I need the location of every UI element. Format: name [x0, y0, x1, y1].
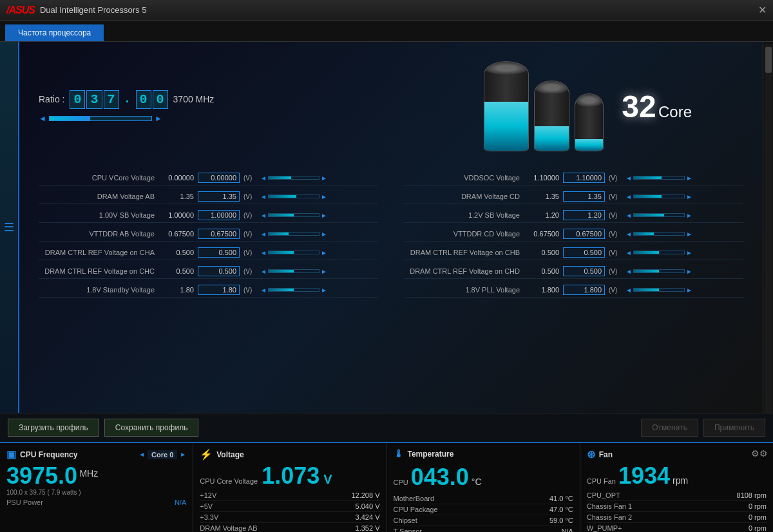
temp-row-value: 59.0 °C	[549, 517, 573, 524]
voltage-slider[interactable]: ◄ ►	[625, 193, 692, 200]
voltage-arrow-right[interactable]: ►	[321, 249, 327, 256]
voltage-slider[interactable]: ◄ ►	[260, 193, 327, 200]
voltage-track[interactable]	[268, 195, 320, 198]
voltage-track[interactable]	[268, 176, 320, 180]
cpu-nav-right[interactable]: ►	[180, 451, 186, 458]
voltage-track[interactable]	[268, 232, 320, 236]
temp-row-value: 47.0 °C	[549, 506, 573, 513]
voltage-arrow-right[interactable]: ►	[686, 268, 692, 275]
voltage-track[interactable]	[633, 251, 685, 254]
voltage-val2-input[interactable]: 1.35	[563, 191, 605, 202]
voltage-row-value: 5.040 V	[356, 502, 380, 510]
cpu-core-voltage-label: CPU Core Voltage	[200, 477, 258, 485]
voltage-val2-input[interactable]: 1.35	[198, 191, 240, 202]
voltage-slider[interactable]: ◄ ►	[260, 287, 327, 294]
voltage-track[interactable]	[633, 288, 685, 292]
voltage-arrow-left[interactable]: ◄	[260, 249, 267, 256]
slider-left-arrow[interactable]: ◄	[39, 114, 46, 123]
voltage-arrow-right[interactable]: ►	[321, 193, 327, 200]
voltage-arrow-left[interactable]: ◄	[260, 193, 267, 200]
tab-cpu-frequency[interactable]: Частота процессора	[5, 24, 104, 41]
voltage-slider[interactable]: ◄ ►	[625, 212, 692, 219]
ratio-slider[interactable]: ◄ ►	[39, 114, 214, 123]
voltage-arrow-right[interactable]: ►	[321, 287, 327, 294]
cpu-fan-label: CPU Fan	[587, 477, 616, 485]
cpu-panel-nav[interactable]: ◄ Core 0 ►	[138, 450, 186, 459]
cylinder-3-top	[575, 94, 603, 107]
voltage-slider[interactable]: ◄ ►	[625, 231, 692, 238]
voltage-arrow-left[interactable]: ◄	[625, 212, 632, 219]
voltage-panel-header: ⚡ Voltage	[200, 448, 379, 461]
voltage-slider[interactable]: ◄ ►	[260, 212, 327, 219]
voltage-arrow-right[interactable]: ►	[686, 212, 692, 219]
voltage-track[interactable]	[633, 213, 685, 217]
voltage-val2-input[interactable]: 0.67500	[563, 229, 605, 239]
cpu-nav-left[interactable]: ◄	[138, 451, 145, 458]
right-scrollbar[interactable]	[763, 42, 773, 413]
scrollbar-track[interactable]	[765, 44, 772, 413]
slider-right-arrow[interactable]: ►	[155, 114, 162, 123]
voltage-slider[interactable]: ◄ ►	[260, 231, 327, 238]
voltage-track[interactable]	[633, 176, 685, 180]
voltage-val2-input[interactable]: 0.500	[198, 266, 240, 276]
voltage-track[interactable]	[268, 213, 320, 217]
voltage-val2-input[interactable]: 0.500	[563, 266, 605, 276]
voltage-arrow-left[interactable]: ◄	[625, 268, 632, 275]
voltage-arrow-left[interactable]: ◄	[260, 287, 267, 294]
voltage-slider[interactable]: ◄ ►	[625, 175, 692, 182]
voltage-arrow-right[interactable]: ►	[686, 231, 692, 238]
menu-icon[interactable]: ☰	[4, 220, 14, 234]
cylinder-2-wrapper	[534, 81, 569, 151]
voltage-track[interactable]	[268, 269, 320, 273]
voltage-slider[interactable]: ◄ ►	[625, 287, 692, 294]
save-profile-button[interactable]: Сохранить профиль	[104, 419, 199, 437]
voltage-track[interactable]	[633, 195, 685, 198]
voltage-track[interactable]	[633, 269, 685, 273]
voltage-track[interactable]	[268, 251, 320, 254]
voltage-val2-input[interactable]: 0.500	[563, 247, 605, 258]
voltage-arrow-left[interactable]: ◄	[625, 175, 632, 182]
temp-row-label: MotherBoard	[394, 495, 435, 502]
voltage-val2-input[interactable]: 1.00000	[198, 210, 240, 220]
voltage-arrow-right[interactable]: ►	[686, 287, 692, 294]
app-title: Dual Intelligent Processors 5	[40, 5, 146, 15]
voltage-arrow-right[interactable]: ►	[321, 175, 327, 182]
voltage-slider[interactable]: ◄ ►	[625, 268, 692, 275]
voltage-arrow-left[interactable]: ◄	[625, 193, 632, 200]
voltage-slider[interactable]: ◄ ►	[625, 249, 692, 256]
voltage-panel-title: Voltage	[216, 450, 243, 459]
slider-track[interactable]	[49, 116, 152, 121]
voltage-track[interactable]	[633, 232, 685, 236]
voltage-arrow-left[interactable]: ◄	[260, 268, 267, 275]
voltage-slider[interactable]: ◄ ►	[260, 175, 327, 182]
voltage-arrow-left[interactable]: ◄	[625, 231, 632, 238]
voltage-arrow-right[interactable]: ►	[321, 268, 327, 275]
voltage-slider[interactable]: ◄ ►	[260, 268, 327, 275]
voltage-arrow-right[interactable]: ►	[686, 193, 692, 200]
voltage-slider[interactable]: ◄ ►	[260, 249, 327, 256]
voltage-val2-input[interactable]: 1.800	[563, 285, 605, 295]
voltage-val2-input[interactable]: 0.67500	[198, 229, 240, 239]
monitor-bar: ▣ CPU Frequency ◄ Core 0 ► 3975.0 MHz 10…	[0, 442, 773, 532]
cpu-temp-row: CPU 043.0 °C	[394, 464, 573, 491]
voltage-arrow-left[interactable]: ◄	[625, 287, 632, 294]
voltage-val2-input[interactable]: 1.80	[198, 285, 240, 295]
scrollbar-thumb[interactable]	[765, 47, 772, 73]
voltage-arrow-right[interactable]: ►	[321, 231, 327, 238]
close-button[interactable]: ✕	[758, 4, 767, 16]
voltage-val2-input[interactable]: 0.00000	[198, 173, 240, 183]
voltage-track[interactable]	[268, 288, 320, 292]
voltage-fill	[269, 233, 289, 235]
voltage-val2-input[interactable]: 0.500	[198, 247, 240, 258]
voltage-val2-input[interactable]: 1.10000	[563, 173, 605, 183]
voltage-arrow-left[interactable]: ◄	[260, 212, 267, 219]
load-profile-button[interactable]: Загрузить профиль	[8, 419, 99, 437]
fan-settings-icon[interactable]: ⚙⚙	[751, 448, 768, 459]
voltage-arrow-left[interactable]: ◄	[625, 249, 632, 256]
voltage-arrow-left[interactable]: ◄	[260, 175, 267, 182]
voltage-val2-input[interactable]: 1.20	[563, 210, 605, 220]
voltage-arrow-right[interactable]: ►	[686, 249, 692, 256]
voltage-arrow-right[interactable]: ►	[321, 212, 327, 219]
voltage-arrow-right[interactable]: ►	[686, 175, 692, 182]
voltage-arrow-left[interactable]: ◄	[260, 231, 267, 238]
